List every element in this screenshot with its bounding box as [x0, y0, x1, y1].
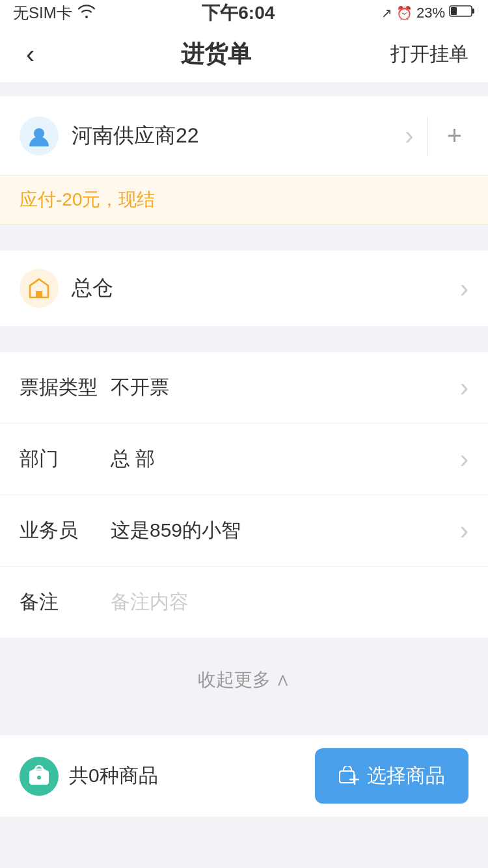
page-title: 进货单 [181, 38, 251, 70]
sales-person-label: 业务员 [20, 517, 111, 544]
svg-rect-2 [451, 7, 457, 15]
gap-1 [0, 83, 488, 96]
sales-person-chevron-icon [460, 517, 468, 544]
supplier-section: 河南供应商22 + 应付-20元，现结 [0, 96, 488, 224]
svg-rect-8 [340, 771, 354, 783]
note-row[interactable]: 备注 备注内容 [0, 567, 488, 638]
department-value: 总 部 [111, 446, 460, 472]
add-supplier-button[interactable]: + [441, 115, 468, 157]
warehouse-icon [20, 269, 59, 308]
gap-3 [0, 326, 488, 339]
warehouse-chevron-icon [460, 275, 468, 302]
carrier-text: 无SIM卡 [13, 3, 72, 23]
supplier-chevron-icon [405, 122, 413, 149]
sales-person-value: 这是859的小智 [111, 517, 460, 544]
department-row[interactable]: 部门 总 部 [0, 424, 488, 495]
select-product-button[interactable]: 选择商品 [315, 748, 468, 804]
invoice-type-chevron-icon [460, 374, 468, 401]
status-bar-time: 下午6:04 [202, 1, 275, 25]
select-product-label: 选择商品 [367, 763, 445, 789]
warehouse-name: 总仓 [72, 274, 460, 303]
supplier-row[interactable]: 河南供应商22 + [0, 96, 488, 175]
nav-bar: ‹ 进货单 打开挂单 [0, 26, 488, 83]
wifi-icon [77, 4, 96, 22]
svg-rect-1 [472, 8, 474, 14]
location-icon: ↗ [381, 5, 392, 21]
svg-point-7 [37, 776, 41, 780]
gap-4 [0, 709, 488, 722]
alarm-icon: ⏰ [396, 5, 413, 21]
supplier-avatar [20, 116, 59, 156]
select-product-icon [338, 766, 359, 787]
back-button[interactable]: ‹ [20, 33, 41, 75]
status-bar-right: ↗ ⏰ 23% [381, 4, 475, 22]
divider [427, 116, 427, 156]
sales-person-row[interactable]: 业务员 这是859的小智 [0, 495, 488, 567]
battery-icon [449, 4, 475, 22]
product-count-text: 共0种商品 [69, 763, 158, 789]
open-pending-button[interactable]: 打开挂单 [390, 41, 468, 68]
bottom-left: 共0种商品 [20, 757, 158, 796]
status-bar: 无SIM卡 下午6:04 ↗ ⏰ 23% [0, 0, 488, 26]
department-label: 部门 [20, 446, 111, 472]
gap-2 [0, 224, 488, 237]
main-content: 河南供应商22 + 应付-20元，现结 总仓 票据类型 [0, 83, 488, 868]
warehouse-row[interactable]: 总仓 [0, 251, 488, 326]
battery-text: 23% [416, 5, 445, 21]
status-bar-left: 无SIM卡 [13, 3, 96, 23]
product-count-icon [20, 757, 59, 796]
supplier-name: 河南供应商22 [72, 122, 405, 150]
warehouse-section: 总仓 [0, 251, 488, 326]
invoice-type-row[interactable]: 票据类型 不开票 [0, 352, 488, 424]
svg-rect-4 [36, 291, 42, 297]
note-label: 备注 [20, 589, 111, 616]
form-section: 票据类型 不开票 部门 总 部 业务员 这是859的小智 备注 备注内容 [0, 352, 488, 638]
collapse-button[interactable]: 收起更多 ∧ [0, 651, 488, 709]
department-chevron-icon [460, 446, 468, 472]
bottom-bar: 共0种商品 选择商品 [0, 735, 488, 817]
alert-banner: 应付-20元，现结 [0, 175, 488, 224]
note-input[interactable]: 备注内容 [111, 589, 468, 616]
invoice-type-value: 不开票 [111, 374, 460, 401]
invoice-type-label: 票据类型 [20, 374, 111, 401]
